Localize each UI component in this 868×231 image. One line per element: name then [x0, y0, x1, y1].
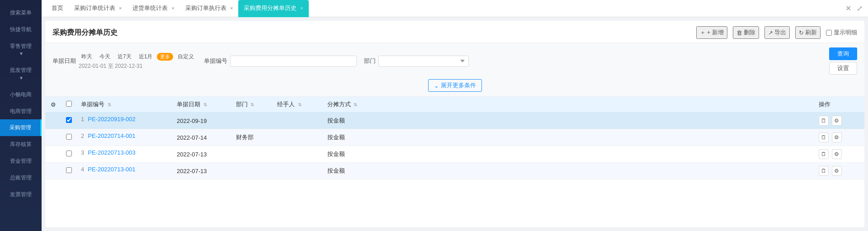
col-check [61, 97, 76, 113]
row-seq-and-docno: 2 PE-20220714-001 [76, 129, 172, 142]
row-op-edit-button[interactable]: 🗒 [819, 132, 829, 142]
inventory-label: 库存核算 [2, 141, 39, 148]
finance-label: 资金管理 [2, 157, 39, 165]
col-split-method-sort[interactable]: ⇅ [354, 102, 357, 107]
purchase-label: 采购管理 [2, 124, 38, 132]
row-check-cell[interactable] [61, 113, 76, 129]
sidebar-item-mini[interactable]: 小畅电商 [0, 86, 42, 103]
refresh-label: 刷新 [805, 28, 817, 37]
row-op-cell: 🗒 ⚙ [814, 113, 864, 129]
col-gear[interactable]: ⚙ [45, 97, 61, 113]
col-doc-no-sort[interactable]: ⇅ [108, 102, 111, 107]
tab-purchase-fee-history[interactable]: 采购费用分摊单历史 × [238, 0, 308, 17]
expand-more-button[interactable]: ⌄ 展开更多条件 [428, 79, 482, 92]
show-columns-checkbox[interactable] [826, 30, 832, 36]
header-actions: ＋ + 新增 🗑 删除 ↗ 导出 ↻ 刷新 显示明细 [696, 26, 857, 39]
tab-maximize-button[interactable]: ⤢ [856, 3, 863, 14]
query-button[interactable]: 查询 [829, 47, 857, 60]
row-doc-date: 2022-07-13 [172, 163, 231, 179]
sidebar-item-invoice[interactable]: 发票管理 [0, 186, 42, 203]
table-body: 1 PE-20220919-002 2022-09-19 按金额 🗒 ⚙ 2 P… [45, 113, 864, 179]
col-doc-date-sort[interactable]: ⇅ [203, 102, 207, 107]
mini-label: 小畅电商 [2, 91, 39, 99]
tab-home[interactable]: 首页 [46, 0, 69, 17]
row-checkbox[interactable] [66, 167, 72, 173]
tab-purchase-order-stats[interactable]: 采购订单统计表 × [69, 0, 127, 17]
filter-dept-item: 部门 [364, 56, 469, 67]
col-handler-sort[interactable]: ⇅ [298, 102, 302, 107]
row-gear-cell [45, 113, 61, 129]
col-op: 操作 [814, 97, 864, 113]
delete-icon: 🗑 [736, 29, 742, 36]
date-btn-custom[interactable]: 自定义 [175, 52, 197, 61]
col-doc-no: 单据编号 ⇅ [76, 97, 172, 113]
tab-purchase-fee-history-close[interactable]: × [300, 5, 303, 11]
row-op-more-button[interactable]: ⚙ [832, 132, 842, 142]
sidebar-item-shortcut[interactable]: 快捷导航 [0, 21, 42, 38]
date-filter-label: 单据日期 [52, 57, 76, 65]
export-button[interactable]: ↗ 导出 [764, 26, 790, 39]
tab-purchase-order-exec-close[interactable]: × [230, 5, 233, 11]
refresh-button[interactable]: ↻ 刷新 [795, 26, 821, 39]
show-columns-toggle[interactable]: 显示明细 [826, 28, 857, 37]
setting-button[interactable]: 设置 [829, 62, 857, 75]
tab-purchase-inbound-stats-close[interactable]: × [171, 5, 174, 11]
sidebar-item-ecommerce[interactable]: 电商管理 [0, 103, 42, 120]
date-btn-yesterday[interactable]: 昨天 [79, 52, 95, 61]
date-btn-1month[interactable]: 近1月 [136, 52, 156, 61]
row-check-cell[interactable] [61, 146, 76, 163]
row-op-edit-button[interactable]: 🗒 [819, 149, 829, 159]
date-btn-more[interactable]: 更多 [157, 53, 173, 61]
row-doc-no-link[interactable]: PE-20220713-003 [88, 149, 136, 156]
table-row: 2 PE-20220714-001 2022-07-14 财务部 按金额 🗒 ⚙ [45, 129, 864, 146]
row-seq: 2 [81, 132, 84, 139]
col-dept-sort[interactable]: ⇅ [250, 102, 254, 107]
row-op-more-button[interactable]: ⚙ [832, 149, 842, 159]
tab-purchase-inbound-stats[interactable]: 进货单统计表 × [127, 0, 179, 17]
sidebar-item-retail[interactable]: 零售管理 ▼ [0, 38, 42, 62]
filter-docno-item: 单据编号 [204, 56, 357, 67]
page-title: 采购费用分摊单历史 [52, 28, 118, 38]
row-op-more-button[interactable]: ⚙ [832, 166, 842, 176]
col-doc-date-label: 单据日期 [177, 101, 200, 108]
table-header-row: ⚙ 单据编号 ⇅ 单据日期 ⇅ 部门 [45, 97, 864, 113]
retail-arrow: ▼ [19, 51, 24, 57]
sidebar-item-wholesale[interactable]: 批发管理 ▼ [0, 62, 42, 86]
select-all-checkbox[interactable] [66, 101, 72, 107]
filter-area: 单据日期 昨天 今天 近7天 近1月 更多 自定义 2022-01-01 至 2… [45, 43, 864, 97]
sidebar-item-finance[interactable]: 资金管理 [0, 153, 42, 170]
delete-button[interactable]: 🗑 删除 [733, 26, 759, 39]
row-checkbox[interactable] [66, 151, 72, 156]
row-check-cell[interactable] [61, 129, 76, 146]
date-btn-7days[interactable]: 近7天 [115, 52, 134, 61]
docno-filter-label: 单据编号 [204, 57, 227, 65]
sidebar-item-inventory[interactable]: 库存核算 [0, 136, 42, 153]
date-btn-today[interactable]: 今天 [97, 52, 113, 61]
row-doc-date: 2022-07-14 [172, 129, 231, 146]
dept-filter-select[interactable] [378, 56, 469, 67]
tab-purchase-order-stats-close[interactable]: × [119, 5, 122, 11]
add-button[interactable]: ＋ + 新增 [696, 26, 727, 39]
row-op-more-button[interactable]: ⚙ [832, 116, 842, 126]
sidebar: 搜索菜单 快捷导航 零售管理 ▼ 批发管理 ▼ 小畅电商 电商管理 采购管理 库… [0, 0, 42, 231]
row-checkbox[interactable] [66, 117, 72, 123]
expand-more-label: 展开更多条件 [441, 81, 476, 90]
row-op-edit-button[interactable]: 🗒 [819, 166, 829, 176]
sidebar-item-ledger[interactable]: 总账管理 [0, 170, 42, 186]
tab-purchase-order-exec[interactable]: 采购订单执行表 × [180, 0, 238, 17]
row-op-cell: 🗒 ⚙ [814, 163, 864, 179]
tab-close-all-button[interactable]: ✕ [844, 3, 852, 14]
col-doc-no-label: 单据编号 [81, 101, 104, 108]
sidebar-item-search[interactable]: 搜索菜单 [0, 5, 42, 21]
col-split-method: 分摊方式 ⇅ [323, 97, 814, 113]
sidebar-item-purchase[interactable]: 采购管理 [0, 119, 42, 136]
docno-filter-input[interactable] [230, 56, 357, 67]
row-doc-no-link[interactable]: PE-20220919-002 [88, 116, 136, 123]
row-check-cell[interactable] [61, 163, 76, 179]
row-doc-no-link[interactable]: PE-20220713-001 [88, 166, 136, 173]
row-doc-no-link[interactable]: PE-20220714-001 [88, 132, 136, 139]
table-row: 1 PE-20220919-002 2022-09-19 按金额 🗒 ⚙ [45, 113, 864, 129]
row-checkbox[interactable] [66, 134, 72, 140]
row-handler [273, 129, 323, 146]
row-op-edit-button[interactable]: 🗒 [819, 116, 829, 126]
